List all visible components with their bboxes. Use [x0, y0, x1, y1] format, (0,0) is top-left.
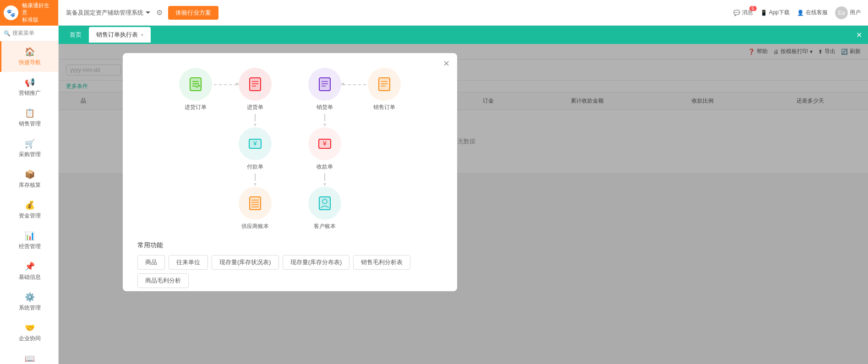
purchase-order-node[interactable]	[179, 68, 212, 101]
message-btn[interactable]: 💬 消息 6	[733, 9, 753, 16]
sales-bill-label: 销货单	[317, 103, 333, 111]
topbar: 装备及固定资产辅助管理系统 ⚙ 体验行业方案 💬 消息 6 📱 App下载 👤 …	[59, 0, 868, 26]
svg-rect-30	[379, 78, 390, 91]
svg-text:¥: ¥	[322, 140, 327, 147]
func-btn-stock-status[interactable]: 现存量(库存状况表)	[212, 255, 279, 270]
marketing-icon: 📢	[25, 77, 35, 87]
online-service-btn[interactable]: 👤 在线客服	[797, 9, 828, 16]
sales-order-label: 销售订单	[373, 103, 395, 111]
tabbar: 首页 销售订单执行表 × ✕	[59, 26, 868, 44]
func-btn-stock-dist[interactable]: 现存量(库存分布表)	[283, 255, 350, 270]
close-all-tabs-btn[interactable]: ✕	[853, 29, 864, 40]
purchase-icon: 🛒	[25, 139, 35, 149]
modal-overlay[interactable]: ✕ 进货订单 ►	[59, 44, 868, 364]
logo-icon: 🐾	[4, 5, 18, 20]
svg-rect-5	[250, 78, 261, 91]
sidebar-item-operations[interactable]: 📊 经营管理	[0, 225, 58, 256]
sidebar-item-purchase[interactable]: 🛒 采购管理	[0, 133, 58, 164]
customer-ledger-node[interactable]	[308, 187, 341, 220]
operations-icon: 📊	[25, 231, 35, 241]
sidebar-item-system[interactable]: ⚙️ 系统管理	[0, 287, 58, 317]
supplier-ledger-label: 供应商账本	[241, 223, 269, 230]
page-content: ❓ 帮助 🖨 按模板打印 ▾ ⬆ 导出 🔄 刷新	[59, 44, 868, 364]
user-menu[interactable]: Ea 用户	[835, 6, 861, 19]
tab-sales-order-exec[interactable]: 销售订单执行表 ×	[89, 27, 151, 43]
tab-home[interactable]: 首页	[62, 27, 89, 43]
func-buttons-row1: 商品 往来单位 现存量(库存状况表) 现存量(库存分布表) 销售毛利分析表 商品…	[137, 255, 442, 288]
sidebar-item-basic-info[interactable]: 📌 基础信息	[0, 256, 58, 287]
sidebar-item-sales[interactable]: 📋 销售管理	[0, 103, 58, 133]
sales-icon: 📋	[25, 108, 35, 118]
download-icon: 📱	[760, 10, 767, 16]
topbar-actions: 💬 消息 6 📱 App下载 👤 在线客服 Ea 用户	[733, 6, 861, 19]
sidebar-item-inventory[interactable]: 📦 库存核算	[0, 164, 58, 195]
system-name-dropdown[interactable]: 装备及固定资产辅助管理系统	[66, 9, 151, 17]
func-btn-goods[interactable]: 商品	[137, 255, 165, 270]
enterprise-icon: 🤝	[25, 323, 35, 333]
sidebar-logo: 🐾 畅康通好生意 标准版	[0, 0, 58, 26]
message-icon: 💬	[733, 10, 740, 16]
basic-info-icon: 📌	[25, 261, 35, 272]
app-download-btn[interactable]: 📱 App下载	[760, 9, 790, 16]
system-icon: ⚙️	[25, 292, 35, 302]
sidebar: 🐾 畅康通好生意 标准版 🔍 搜索菜单 🏠 快捷导航 📢 营销推广 📋 销售管理	[0, 0, 59, 364]
purchase-bill-node[interactable]	[239, 68, 272, 101]
experience-btn[interactable]: 体验行业方案	[168, 6, 218, 20]
sidebar-item-quick-nav[interactable]: 🏠 快捷导航	[0, 41, 58, 72]
newbie-icon: 📖	[25, 353, 35, 364]
sidebar-item-finance[interactable]: 💰 资金管理	[0, 195, 58, 225]
supplier-ledger-node[interactable]	[239, 187, 272, 220]
sidebar-item-marketing[interactable]: 📢 营销推广	[0, 72, 58, 103]
sales-bill-node[interactable]	[308, 68, 341, 101]
receipt-bill-label: 收款单	[317, 163, 333, 171]
common-functions-title: 常用功能	[137, 241, 442, 250]
search-icon: 🔍	[4, 30, 11, 37]
modal-close-btn[interactable]: ✕	[443, 59, 450, 69]
func-btn-sales-profit[interactable]: 销售毛利分析表	[353, 255, 410, 270]
purchase-bill-label: 进货单	[247, 103, 263, 111]
func-btn-counterparty[interactable]: 往来单位	[169, 255, 208, 270]
common-functions: 常用功能 商品 往来单位 现存量(库存状况表) 现存量(库存分布表) 销售毛利分…	[137, 241, 442, 291]
customer-ledger-label: 客户账本	[314, 223, 336, 230]
payment-bill-node[interactable]: ¥	[239, 127, 272, 160]
main-content: 装备及固定资产辅助管理系统 ⚙ 体验行业方案 💬 消息 6 📱 App下载 👤 …	[59, 0, 868, 364]
tab-close-icon[interactable]: ×	[141, 32, 143, 38]
search-menu[interactable]: 🔍 搜索菜单	[0, 26, 58, 41]
logo-text: 畅康通好生意 标准版	[22, 2, 55, 24]
svg-rect-19	[319, 78, 330, 91]
sidebar-nav: 🏠 快捷导航 📢 营销推广 📋 销售管理 🛒 采购管理 📦 库存核算 💰	[0, 41, 58, 364]
svg-rect-13	[250, 197, 261, 210]
dropdown-icon	[145, 10, 151, 16]
purchase-order-label: 进货订单	[185, 103, 207, 111]
func-btn-goods-profit[interactable]: 商品毛利分析	[137, 273, 189, 288]
home-icon: 🏠	[25, 47, 35, 57]
sidebar-item-newbie[interactable]: 📖 新手引导	[0, 348, 58, 364]
receipt-bill-node[interactable]: ¥	[308, 127, 341, 160]
settings-icon[interactable]: ⚙	[156, 8, 163, 17]
service-icon: 👤	[797, 10, 804, 16]
quick-nav-modal: ✕ 进货订单 ►	[123, 53, 457, 291]
inventory-icon: 📦	[25, 169, 35, 179]
sales-order-node[interactable]	[368, 68, 401, 101]
finance-icon: 💰	[25, 200, 35, 210]
avatar: Ea	[835, 6, 848, 19]
sidebar-item-enterprise[interactable]: 🤝 企业协同	[0, 317, 58, 348]
svg-text:¥: ¥	[253, 140, 257, 147]
payment-bill-label: 付款单	[247, 163, 263, 171]
